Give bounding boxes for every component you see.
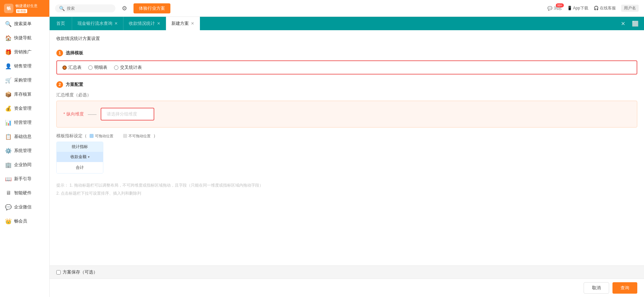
radio-detail-label: 明细表 xyxy=(94,64,107,70)
sidebar-item-enterprise-wechat[interactable]: 💬 企业微信 xyxy=(0,200,49,214)
dimension-select-box[interactable]: 请选择分组维度 xyxy=(101,108,154,120)
metrics-section: 模板指标设定（ 可拖动位置 不可拖动位置 ） xyxy=(56,133,637,175)
draggable-legend: 可拖动位置 xyxy=(90,134,113,139)
purchase-icon: 🛒 xyxy=(5,77,11,83)
radio-cross-label: 交叉统计表 xyxy=(120,64,142,70)
sidebar-item-enterprise-coop[interactable]: 🏢 企业协同 xyxy=(0,158,49,172)
section-template: 1 选择模板 汇总表 明细表 交叉统计表 xyxy=(56,50,637,75)
sidebar-item-basic-info[interactable]: 📋 基础信息 xyxy=(0,130,49,144)
sidebar-item-label: 快捷导航 xyxy=(14,35,32,41)
sales-icon: 👤 xyxy=(5,63,11,69)
logo-icon: 畅 xyxy=(4,4,13,13)
sidebar-item-label: 搜索菜单 xyxy=(14,21,32,27)
main-area: 🔍 ⚙ 体验行业方案 💬 消息 99+ 📱 App下载 🎧 在线客服 用户名 首… xyxy=(50,0,644,297)
sidebar-item-label: 资金管理 xyxy=(14,105,32,111)
message-badge[interactable]: 💬 消息 99+ xyxy=(547,5,562,11)
tab-new-plan-label: 新建方案 xyxy=(171,20,189,27)
quick-nav-icon: 🏠 xyxy=(5,35,11,41)
tab-receipt-stat[interactable]: 收款情况统计 ✕ xyxy=(123,17,166,30)
tab-home[interactable]: 首页 xyxy=(50,17,72,30)
maximize-window-icon[interactable]: ⬜ xyxy=(630,20,641,28)
sidebar-item-sales[interactable]: 👤 销售管理 xyxy=(0,59,49,73)
save-plan-checkbox[interactable] xyxy=(56,270,61,275)
radio-detail-input[interactable] xyxy=(88,65,93,70)
basic-info-icon: 📋 xyxy=(5,134,11,140)
industry-btn[interactable]: 体验行业方案 xyxy=(133,3,170,13)
sidebar-logo: 畅 畅捷通好生意 标准版 xyxy=(0,0,49,17)
tab-receipt-stat-close[interactable]: ✕ xyxy=(157,21,160,26)
inventory-icon: 📦 xyxy=(5,91,11,97)
sidebar-nav: 🔍 搜索菜单 🏠 快捷导航 🎁 营销推广 👤 销售管理 🛒 采购管理 📦 库存核… xyxy=(0,17,49,297)
logo-badge: 标准版 xyxy=(16,9,27,13)
metrics-sub-header-label: 收款金额 xyxy=(70,154,87,160)
save-plan-label[interactable]: 方案保存（可选） xyxy=(63,269,98,275)
search-icon: 🔍 xyxy=(59,6,65,11)
non-draggable-dot-icon xyxy=(123,134,127,138)
cancel-button[interactable]: 取消 xyxy=(584,282,609,294)
tabbar: 首页 现金银行流水查询 ✕ 收款情况统计 ✕ 新建方案 ✕ ✕ ⬜ xyxy=(50,17,644,30)
enterprise-wechat-icon: 💬 xyxy=(5,204,11,210)
sidebar-item-label: 畅会员 xyxy=(14,218,27,224)
sidebar-item-label: 销售管理 xyxy=(14,63,32,69)
sidebar-item-label: 智能硬件 xyxy=(14,190,32,196)
tab-new-plan-close[interactable]: ✕ xyxy=(191,21,194,26)
enterprise-coop-icon: 🏢 xyxy=(5,162,11,168)
sidebar-item-label: 企业微信 xyxy=(14,204,32,210)
vip-member-icon: 👑 xyxy=(5,218,11,224)
tip-2: 2. 点击标题栏下拉可设置排序、插入列和删除列 xyxy=(56,189,637,197)
search-box[interactable]: 🔍 xyxy=(55,4,115,12)
sidebar-item-smart-hardware[interactable]: 🖥 智能硬件 xyxy=(0,186,49,200)
sidebar-item-vip-member[interactable]: 👑 畅会员 xyxy=(0,214,49,228)
online-service[interactable]: 🎧 在线客服 xyxy=(594,5,616,11)
tip-1: 提示： 1. 拖动标题栏可以调整布局，不可跨维度或指标区域拖动，且字段（只能在同… xyxy=(56,181,637,189)
sidebar-item-operations[interactable]: 📊 经营管理 xyxy=(0,115,49,130)
section2-title: 方案配置 xyxy=(66,82,83,88)
footer-save: 方案保存（可选） xyxy=(50,265,644,279)
dimension-area: * 纵向维度 —— 请选择分组维度 xyxy=(56,101,637,128)
radio-detail[interactable]: 明细表 xyxy=(88,64,107,70)
sidebar-item-label: 基础信息 xyxy=(14,134,32,140)
sidebar-item-system[interactable]: ⚙️ 系统管理 xyxy=(0,144,49,158)
sidebar-item-beginner-guide[interactable]: 📖 新手引导 xyxy=(0,172,49,186)
metrics-table-header: 统计指标 xyxy=(57,142,103,152)
logo-text: 畅捷通好生意 标准版 xyxy=(15,3,38,13)
app-download[interactable]: 📱 App下载 xyxy=(567,5,588,11)
sidebar-item-label: 营销推广 xyxy=(14,49,32,55)
page-content: 收款情况统计方案设置 1 选择模板 汇总表 明细表 xyxy=(50,30,644,265)
radio-cross-input[interactable] xyxy=(114,65,118,70)
non-draggable-legend: 不可拖动位置 xyxy=(123,134,151,139)
settings-gear-icon[interactable]: ⚙ xyxy=(119,3,129,13)
tabbar-window-controls: ✕ ⬜ xyxy=(615,17,644,30)
metrics-sub-header[interactable]: 收款金额 ▾ xyxy=(57,152,103,162)
query-button[interactable]: 查询 xyxy=(612,282,637,294)
sidebar-item-marketing[interactable]: 🎁 营销推广 xyxy=(0,45,49,59)
metrics-table: 统计指标 收款金额 ▾ 合计 xyxy=(56,142,103,174)
tab-bank-flow[interactable]: 现金银行流水查询 ✕ xyxy=(72,17,123,30)
tab-bank-flow-label: 现金银行流水查询 xyxy=(77,20,112,27)
radio-summary-input[interactable] xyxy=(62,65,67,70)
sidebar-item-search-menu[interactable]: 🔍 搜索菜单 xyxy=(0,17,49,31)
sidebar-item-quick-nav[interactable]: 🏠 快捷导航 xyxy=(0,31,49,45)
tab-bank-flow-close[interactable]: ✕ xyxy=(114,21,118,26)
bottom-bar: 取消 查询 xyxy=(50,279,644,297)
sidebar-item-funds[interactable]: 💰 资金管理 xyxy=(0,101,49,115)
radio-cross[interactable]: 交叉统计表 xyxy=(114,64,142,70)
close-window-icon[interactable]: ✕ xyxy=(619,20,627,28)
section1-number: 1 xyxy=(56,50,63,56)
vertical-dimension-label: * 纵向维度 xyxy=(63,111,84,117)
draggable-dot-icon xyxy=(90,134,94,138)
search-input[interactable] xyxy=(67,6,107,11)
metrics-dropdown-arrow-icon: ▾ xyxy=(88,155,90,159)
user-info[interactable]: 用户名 xyxy=(621,5,639,12)
sidebar-item-purchase[interactable]: 🛒 采购管理 xyxy=(0,73,49,87)
funds-icon: 💰 xyxy=(5,105,11,111)
tips-section: 提示： 1. 拖动标题栏可以调整布局，不可跨维度或指标区域拖动，且字段（只能在同… xyxy=(56,181,637,197)
tab-receipt-stat-label: 收款情况统计 xyxy=(129,20,155,27)
sidebar-item-inventory[interactable]: 📦 库存核算 xyxy=(0,87,49,101)
radio-summary[interactable]: 汇总表 xyxy=(62,64,82,70)
section-config: 2 方案配置 汇总维度（必选） * 纵向维度 —— 请选择分组维度 xyxy=(56,81,637,197)
tab-new-plan[interactable]: 新建方案 ✕ xyxy=(166,17,200,30)
sidebar-item-label: 系统管理 xyxy=(14,148,32,154)
message-icon: 💬 xyxy=(547,6,552,11)
topbar: 🔍 ⚙ 体验行业方案 💬 消息 99+ 📱 App下载 🎧 在线客服 用户名 xyxy=(50,0,644,17)
